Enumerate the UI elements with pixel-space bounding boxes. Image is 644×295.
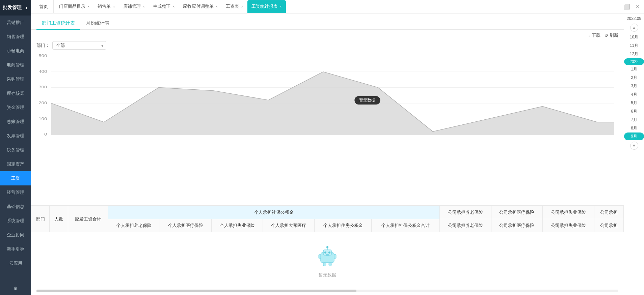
sidebar-item-固定资产[interactable]: 固定资产 bbox=[0, 157, 31, 171]
th-company-pension2: 公司承担养老保险 bbox=[439, 219, 491, 232]
close-icon[interactable]: × bbox=[216, 4, 218, 8]
sidebar-item-资金管理[interactable]: 资金管理 bbox=[0, 100, 31, 115]
month-9[interactable]: 9月 bbox=[624, 132, 644, 140]
sidebar-item-新手引导[interactable]: 新手引导 bbox=[0, 242, 31, 256]
th-headcount: 人数 bbox=[50, 206, 68, 232]
close-icon[interactable]: × bbox=[280, 4, 282, 8]
svg-rect-19 bbox=[334, 254, 336, 259]
month-1[interactable]: 1月 bbox=[624, 65, 644, 73]
month-12[interactable]: 12月 bbox=[624, 50, 644, 58]
tab-店铺管理[interactable]: 店铺管理 × bbox=[119, 0, 149, 13]
page: 部门工资统计表 月份统计表 ↓ 下载 ↺ 刷新 部门： bbox=[31, 13, 624, 295]
th-personal-social: 个人承担社保公积金 bbox=[108, 206, 440, 219]
close-icon[interactable]: × bbox=[172, 4, 175, 8]
month-8[interactable]: 8月 bbox=[624, 124, 644, 132]
th-company-medical2: 公司承担医疗保险 bbox=[491, 219, 543, 232]
scrollbar-thumb[interactable] bbox=[36, 290, 356, 292]
horizontal-scrollbar[interactable] bbox=[36, 290, 618, 292]
sidebar-item-工资[interactable]: 工资 bbox=[0, 171, 31, 185]
main-area: 首页 门店商品目录 × 销售单 × 店铺管理 × 生成凭证 × 应收应付调整单 … bbox=[31, 0, 644, 295]
month-7[interactable]: 7月 bbox=[624, 116, 644, 124]
tab-门店商品目录[interactable]: 门店商品目录 × bbox=[55, 0, 93, 13]
sidebar-item-税务管理[interactable]: 税务管理 bbox=[0, 143, 31, 157]
close-icon[interactable]: × bbox=[87, 4, 89, 8]
nav-down-button[interactable]: ▼ bbox=[630, 142, 638, 150]
tab-工资表[interactable]: 工资表 × bbox=[222, 0, 247, 13]
refresh-button[interactable]: ↺ 刷新 bbox=[605, 32, 618, 38]
sidebar-item-云应用[interactable]: 云应用 bbox=[0, 256, 31, 270]
sub-tab-部门工资统计表[interactable]: 部门工资统计表 bbox=[36, 18, 80, 30]
th-total-salary: 应发工资合计 bbox=[68, 206, 108, 232]
table-area: 部门 人数 应发工资合计 个人承担社保公积金 公司承担养老保险 公司承担医疗保险… bbox=[31, 205, 624, 295]
svg-text:0: 0 bbox=[44, 132, 47, 137]
th-personal-unemployment: 个人承担失业保险 bbox=[211, 219, 263, 232]
sidebar-item-总账管理[interactable]: 总账管理 bbox=[0, 115, 31, 129]
svg-text:100: 100 bbox=[38, 117, 47, 121]
restore-window-icon[interactable]: ⬜ bbox=[621, 3, 632, 10]
right-panel-year: 2022.09 bbox=[627, 16, 641, 21]
chart-no-data-tooltip: 暂无数据 bbox=[354, 96, 380, 105]
right-panel: 2022.09 ▲ 10月 11月 12月 2022 1月 2月 3月 4月 5… bbox=[624, 13, 644, 295]
month-4[interactable]: 4月 bbox=[624, 90, 644, 99]
close-all-tabs-icon[interactable]: × bbox=[634, 2, 641, 11]
salary-table: 部门 人数 应发工资合计 个人承担社保公积金 公司承担养老保险 公司承担医疗保险… bbox=[31, 206, 624, 232]
svg-rect-21 bbox=[329, 263, 331, 266]
gear-icon: ⚙ bbox=[14, 286, 18, 291]
month-10[interactable]: 10月 bbox=[624, 33, 644, 41]
month-11[interactable]: 11月 bbox=[624, 41, 644, 50]
sidebar-arrow: ▲ bbox=[25, 6, 28, 10]
th-department: 部门 bbox=[31, 206, 50, 232]
th-personal-major-medical: 个人承担大额医疗 bbox=[263, 219, 315, 232]
th-company-other: 公司承担 bbox=[594, 206, 623, 219]
tab-应收应付调整单[interactable]: 应收应付调整单 × bbox=[179, 0, 222, 13]
nav-up-button[interactable]: ▲ bbox=[630, 24, 638, 32]
sidebar-item-企业协同[interactable]: 企业协同 bbox=[0, 228, 31, 242]
close-icon[interactable]: × bbox=[143, 4, 145, 8]
close-icon[interactable]: × bbox=[241, 4, 243, 8]
download-icon: ↓ bbox=[588, 33, 591, 38]
svg-point-15 bbox=[324, 252, 326, 254]
refresh-icon: ↺ bbox=[605, 33, 608, 38]
sidebar-item-营销推广[interactable]: 营销推广 bbox=[0, 16, 31, 30]
year-2022[interactable]: 2022 bbox=[624, 58, 644, 65]
sidebar-item-系统管理[interactable]: 系统管理 bbox=[0, 214, 31, 228]
month-2[interactable]: 2月 bbox=[624, 73, 644, 82]
tab-home[interactable]: 首页 bbox=[34, 0, 54, 13]
svg-point-16 bbox=[328, 252, 330, 254]
th-personal-total: 个人承担社保公积金合计 bbox=[372, 219, 440, 232]
sidebar-item-小畅电商[interactable]: 小畅电商 bbox=[0, 44, 31, 58]
settings-button[interactable]: ⚙ bbox=[0, 282, 31, 295]
svg-rect-20 bbox=[323, 263, 326, 266]
th-company-medical: 公司承担医疗保险 bbox=[491, 206, 543, 219]
tab-工资统计报表[interactable]: 工资统计报表 × bbox=[247, 0, 286, 13]
empty-state: 暂无数据 bbox=[31, 232, 624, 288]
th-company-pension: 公司承担养老保险 bbox=[439, 206, 491, 219]
sidebar-item-经营管理[interactable]: 经营管理 bbox=[0, 185, 31, 200]
svg-rect-18 bbox=[319, 254, 321, 259]
sidebar-item-发票管理[interactable]: 发票管理 bbox=[0, 129, 31, 143]
toolbar: ↓ 下载 ↺ 刷新 bbox=[31, 30, 624, 41]
month-6[interactable]: 6月 bbox=[624, 107, 644, 116]
content-area: 部门工资统计表 月份统计表 ↓ 下载 ↺ 刷新 部门： bbox=[31, 13, 644, 295]
sidebar-item-库存核算[interactable]: 库存核算 bbox=[0, 86, 31, 100]
tab-bar-controls: ⬜ × bbox=[621, 2, 641, 11]
chart-area: 500 400 300 200 100 0 bbox=[31, 52, 624, 205]
sidebar-item-电商管理[interactable]: 电商管理 bbox=[0, 58, 31, 72]
close-icon[interactable]: × bbox=[113, 4, 115, 8]
month-5[interactable]: 5月 bbox=[624, 99, 644, 107]
department-filter-wrap: 全部 行政部 销售部 财务部 bbox=[52, 41, 106, 50]
tab-销售单[interactable]: 销售单 × bbox=[93, 0, 119, 13]
sidebar: 批发管理 ▲ 营销推广 销售管理 小畅电商 电商管理 采购管理 库存核算 资金管… bbox=[0, 0, 31, 295]
sidebar-item-基础信息[interactable]: 基础信息 bbox=[0, 200, 31, 214]
sidebar-header[interactable]: 批发管理 ▲ bbox=[0, 0, 31, 16]
sidebar-item-采购管理[interactable]: 采购管理 bbox=[0, 72, 31, 86]
sub-tab-月份统计表[interactable]: 月份统计表 bbox=[80, 18, 115, 30]
department-select[interactable]: 全部 行政部 销售部 财务部 bbox=[52, 41, 106, 50]
th-personal-housing: 个人承担住房公积金 bbox=[314, 219, 371, 232]
svg-rect-17 bbox=[326, 254, 329, 256]
th-personal-medical: 个人承担医疗保险 bbox=[160, 219, 212, 232]
month-3[interactable]: 3月 bbox=[624, 82, 644, 90]
sidebar-item-销售管理[interactable]: 销售管理 bbox=[0, 30, 31, 44]
download-button[interactable]: ↓ 下载 bbox=[588, 32, 601, 38]
tab-生成凭证[interactable]: 生成凭证 × bbox=[149, 0, 179, 13]
